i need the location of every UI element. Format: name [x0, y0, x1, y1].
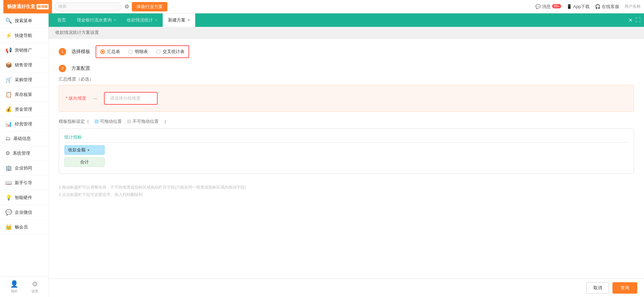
page-header: 收款情况统计方案设置	[49, 27, 644, 39]
form-section: 1 选择模板 汇总表 明细表 交叉统计表	[49, 39, 644, 279]
metric-subtag-total[interactable]: 合计	[64, 157, 105, 167]
sidebar-icon-7: 📊	[5, 121, 12, 127]
tab-close-1[interactable]: ×	[155, 18, 157, 22]
close-window-icon[interactable]: ✕	[628, 17, 633, 23]
page-content: 收款情况统计方案设置 1 选择模板 汇总表 明细表	[49, 27, 644, 279]
sidebar-label-5: 库存核算	[15, 92, 32, 98]
sidebar-icon-8: 🗂	[5, 136, 11, 142]
tab-close-2[interactable]: ×	[187, 18, 190, 22]
sidebar-icon-0: 🔍	[5, 17, 12, 24]
sidebar-item-3[interactable]: 📦销售管理	[0, 58, 48, 72]
download-icon: 📱	[567, 4, 572, 9]
step2-section: 2 方案配置 汇总维度（必选） * 纵向维度 — 请选择分组维度	[59, 65, 634, 198]
app-logo: 畅捷通好生意 标准版	[3, 0, 52, 13]
page-header-text: 收款情况统计方案设置	[55, 30, 99, 35]
metrics-column: 收款金额 ▾ 合计	[64, 145, 105, 168]
sidebar-label-10: 企业协同	[15, 165, 32, 171]
sidebar-item-4[interactable]: 🛒采购管理	[0, 72, 48, 87]
sidebar-item-11[interactable]: 📖新手引导	[0, 176, 48, 190]
tab-label-0: 现金银行流水查询	[77, 17, 112, 23]
download-btn[interactable]: 📱 App下载	[567, 4, 590, 10]
content-area: 首页 现金银行流水查询×收款情况统计×新建方案× ✕ ⛶ 收款情况统计方案设置 …	[49, 13, 644, 297]
sidebar-icon-11: 📖	[5, 180, 12, 186]
tab-close-0[interactable]: ×	[114, 18, 116, 22]
sidebar-label-12: 智能硬件	[15, 195, 32, 201]
radio-cross[interactable]: 交叉统计表	[156, 49, 184, 55]
legend-draggable-text: 可拖动位置	[100, 118, 122, 125]
radio-cross-circle	[156, 49, 161, 54]
search-placeholder: 搜索	[58, 4, 66, 9]
legend-draggable: 可拖动位置	[95, 118, 122, 125]
sidebar-item-0[interactable]: 🔍搜索菜单	[0, 13, 48, 28]
sidebar-item-2[interactable]: 📢营销推广	[0, 43, 48, 58]
tab-0[interactable]: 现金银行流水查询×	[71, 13, 121, 27]
tab-home[interactable]: 首页	[52, 17, 71, 23]
sidebar-icon-1: ⚡	[5, 32, 12, 39]
query-button[interactable]: 查询	[612, 282, 637, 294]
sidebar-icon-13: 💬	[5, 209, 12, 215]
sidebar-label-1: 快捷导航	[15, 33, 32, 39]
maximize-icon[interactable]: ⛶	[635, 17, 641, 23]
metrics-header-label: 模板指标设定（	[59, 118, 89, 125]
radio-summary[interactable]: 汇总表	[100, 49, 120, 55]
template-options: 汇总表 明细表 交叉统计表	[96, 45, 189, 58]
sidebar-item-12[interactable]: 💡智能硬件	[0, 190, 48, 205]
metrics-header-close: ）	[164, 118, 168, 125]
metrics-header: 模板指标设定（ 可拖动位置 不可拖动位置 ）	[59, 118, 634, 125]
service-label: 在线客服	[602, 4, 619, 10]
tab-bar: 首页 现金银行流水查询×收款情况统计×新建方案× ✕ ⛶	[49, 13, 644, 27]
metric-tag-revenue[interactable]: 收款金额 ▾	[64, 145, 105, 155]
sidebar-item-5[interactable]: 📋库存核算	[0, 87, 48, 102]
dimension-box: * 纵向维度 — 请选择分组维度	[59, 85, 634, 112]
sidebar-item-9[interactable]: ⚙系统管理	[0, 146, 48, 161]
sidebar-bottom-avatar[interactable]: 👤 我的	[10, 280, 18, 294]
sidebar-item-1[interactable]: ⚡快捷导航	[0, 28, 48, 43]
tab-bar-right: ✕ ⛶	[628, 17, 641, 23]
radio-detail[interactable]: 明细表	[128, 49, 148, 55]
sidebar-label-4: 采购管理	[15, 77, 32, 83]
sidebar-bottom-settings[interactable]: ⚙ 设置	[32, 280, 38, 294]
step2-label: 方案配置	[71, 65, 90, 71]
sidebar-item-7[interactable]: 📊经营管理	[0, 117, 48, 132]
messages-label: 消息	[542, 4, 551, 10]
dimension-input[interactable]: 请选择分组维度	[104, 92, 158, 105]
service-icon: 🎧	[595, 4, 600, 9]
sidebar-item-8[interactable]: 🗂基础信息	[0, 132, 48, 146]
sidebar-icon-2: 📢	[5, 47, 12, 53]
sidebar-label-9: 系统管理	[13, 150, 30, 156]
sidebar-label-8: 基础信息	[13, 136, 31, 142]
sidebar-label-14: 畅会员	[15, 224, 28, 230]
service-btn[interactable]: 🎧 在线客服	[595, 4, 619, 10]
dimension-section-label: 汇总维度（必选）	[59, 76, 634, 82]
sidebar-label-0: 搜索菜单	[15, 18, 32, 24]
app-edition: 标准版	[37, 4, 49, 9]
industry-btn[interactable]: 体验行业方案	[132, 2, 167, 11]
user-info[interactable]: 用户名称	[625, 4, 641, 9]
radio-summary-circle	[100, 49, 105, 54]
sidebar-label-7: 经营管理	[15, 121, 32, 127]
step1-label: 选择模板	[71, 49, 90, 55]
step1-badge: 1	[59, 48, 66, 55]
radio-summary-label: 汇总表	[107, 49, 120, 55]
main-layout: 🔍搜索菜单⚡快捷导航📢营销推广📦销售管理🛒采购管理📋库存核算💰资金管理📊经营管理…	[0, 13, 644, 297]
message-icon: 💬	[535, 4, 541, 9]
tab-1[interactable]: 收款情况统计×	[121, 13, 163, 27]
tab-2[interactable]: 新建方案×	[163, 13, 195, 27]
sidebar-item-14[interactable]: 👑畅会员	[0, 220, 48, 235]
cancel-button[interactable]: 取消	[586, 282, 609, 294]
sidebar: 🔍搜索菜单⚡快捷导航📢营销推广📦销售管理🛒采购管理📋库存核算💰资金管理📊经营管理…	[0, 13, 49, 297]
top-bar: 畅捷通好生意 标准版 搜索 ⚙ 体验行业方案 💬 消息 99+ 📱 App下载 …	[0, 0, 644, 13]
metrics-table: 统计指标 收款金额 ▾ 合计	[59, 129, 634, 174]
search-bar[interactable]: 搜索	[55, 2, 122, 11]
tab-label-2: 新建方案	[168, 17, 185, 23]
step1-row: 1 选择模板 汇总表 明细表 交叉统计表	[59, 45, 634, 58]
sidebar-item-6[interactable]: 💰资金管理	[0, 102, 48, 117]
radio-detail-circle	[128, 49, 133, 54]
metric-subtag-label: 合计	[80, 159, 89, 165]
messages-btn[interactable]: 💬 消息 99+	[535, 4, 561, 10]
sidebar-item-10[interactable]: 🏢企业协同	[0, 161, 48, 176]
sidebar-item-13[interactable]: 💬企业微信	[0, 205, 48, 220]
gear-button[interactable]: ⚙	[124, 3, 129, 10]
sidebar-label-6: 资金管理	[15, 106, 32, 112]
step2-badge: 2	[59, 65, 66, 72]
